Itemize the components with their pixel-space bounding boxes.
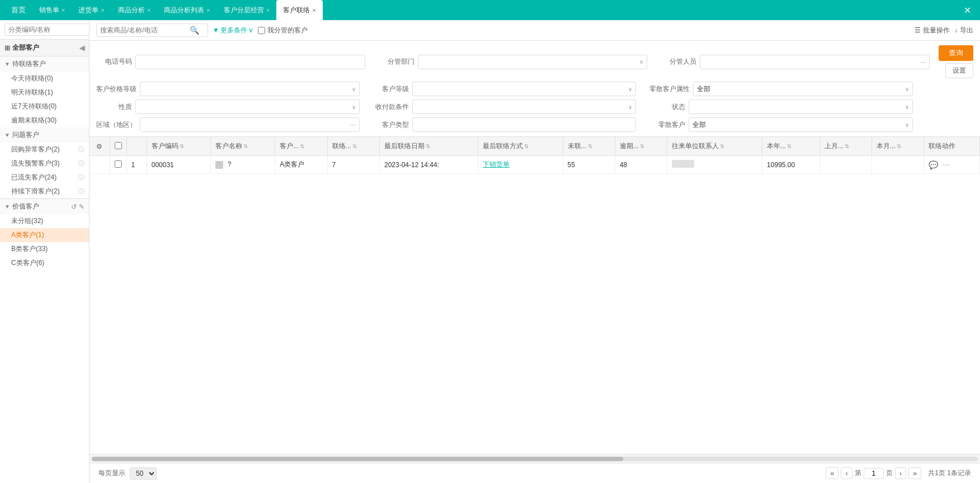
select-all-checkbox[interactable]	[115, 142, 122, 149]
sort-icon: ⇅	[180, 143, 184, 149]
problem-customers-group[interactable]: ▼ 问题客户	[0, 127, 89, 143]
table-checkbox-col	[110, 137, 126, 156]
sidebar-item-churned[interactable]: 已流失客户(24) ⓘ	[0, 171, 89, 184]
sidebar-item-7days[interactable]: 近7天待联络(0)	[0, 100, 89, 113]
sort-icon: ⇅	[588, 143, 592, 149]
sidebar-item-abnormal[interactable]: 回购异常客户(2) ⓘ	[0, 143, 89, 157]
th-last-date[interactable]: 最后联络日期 ⇅	[379, 137, 478, 156]
close-window-button[interactable]: ✕	[959, 5, 976, 16]
row-last-method[interactable]: 下销货单	[478, 156, 563, 174]
sidebar-item-c-class[interactable]: C类客户(6)	[0, 256, 89, 270]
query-button[interactable]: 查询	[939, 45, 973, 61]
all-customers-header[interactable]: ⊞ 全部客户 ◀	[0, 40, 89, 56]
nav-tab-customer-tier[interactable]: 客户分层经营 ×	[217, 0, 276, 20]
close-icon[interactable]: ×	[147, 7, 150, 13]
prev-page-button[interactable]: ‹	[841, 467, 852, 479]
sidebar-search-input[interactable]	[4, 23, 89, 36]
close-icon[interactable]: ×	[266, 7, 270, 13]
page-number-input[interactable]	[864, 468, 884, 479]
retail2-select[interactable]: 全部 ∨	[689, 117, 913, 132]
my-customers-checkbox[interactable]	[258, 27, 265, 34]
th-overdue[interactable]: 逾期... ⇅	[615, 137, 667, 156]
filter-retail-attr: 零散客户属性 全部 ∨	[649, 82, 913, 96]
more-filter-button[interactable]: ▼ 更多条件 ∨	[213, 26, 253, 35]
scrollbar-thumb[interactable]	[92, 457, 623, 461]
nav-tab-analysis-list[interactable]: 商品分析列表 ×	[157, 0, 216, 20]
nav-tab-customer-contact[interactable]: 客户联络 ×	[276, 0, 322, 20]
sidebar-item-tomorrow[interactable]: 明天待联络(1)	[0, 86, 89, 100]
th-pending[interactable]: 未联... ⇅	[563, 137, 615, 156]
payment-select[interactable]: ∨	[412, 100, 637, 114]
sort-icon: ⇅	[243, 143, 248, 149]
th-contact-count[interactable]: 联络... ⇅	[327, 137, 379, 156]
page-nav: « ‹ 第 页 › » 共1页 1条记录	[826, 467, 971, 479]
sidebar-item-b-class[interactable]: B类客户(33)	[0, 242, 89, 256]
close-icon[interactable]: ×	[206, 7, 210, 13]
collapse-icon[interactable]: ◀	[79, 44, 84, 52]
search-input[interactable]	[100, 26, 190, 34]
th-level[interactable]: 客户... ⇅	[275, 137, 327, 156]
link-icon[interactable]: ⋯	[943, 160, 950, 169]
more-icon[interactable]: ···	[350, 121, 356, 129]
th-last-month[interactable]: 上月... ⇅	[819, 137, 871, 156]
value-customers-group[interactable]: ▼ 价值客户 ↺ ✎	[0, 198, 89, 214]
th-name[interactable]: 客户名称 ⇅	[211, 137, 275, 156]
row-level: A类客户	[275, 156, 327, 174]
value-action-icons[interactable]: ↺ ✎	[71, 203, 84, 211]
close-icon[interactable]: ×	[312, 7, 315, 13]
close-icon[interactable]: ×	[101, 7, 104, 13]
th-this-year[interactable]: 本年... ⇅	[762, 137, 820, 156]
row-overdue: 48	[615, 156, 667, 174]
edit-icon[interactable]: ✎	[79, 203, 84, 211]
sidebar-item-ungrouped[interactable]: 未分组(32)	[0, 214, 89, 228]
row-seq: 1	[126, 156, 147, 174]
staff-select[interactable]: ···	[700, 55, 930, 69]
batch-op-button[interactable]: ☰ 批量操作	[915, 26, 950, 35]
sidebar-item-churn-warn[interactable]: 流失预警客户(3) ⓘ	[0, 157, 89, 171]
horizontal-scrollbar[interactable]	[89, 454, 980, 463]
nav-tab-sales[interactable]: 销售单 ×	[32, 0, 72, 20]
sidebar-item-overdue[interactable]: 逾期未联络(30)	[0, 113, 89, 127]
last-page-button[interactable]: »	[908, 467, 921, 479]
th-this-month[interactable]: 本月... ⇅	[872, 137, 924, 156]
nav-tab-purchase[interactable]: 进货单 ×	[72, 0, 111, 20]
setting-button[interactable]: 设置	[945, 63, 973, 78]
search-icon[interactable]: 🔍	[190, 26, 199, 35]
info-icon: ⓘ	[78, 173, 84, 182]
more-icon[interactable]: ···	[920, 58, 926, 66]
customer-type-select[interactable]	[412, 117, 637, 132]
chat-icon[interactable]: 💬	[929, 160, 938, 169]
th-action: 联络动作	[924, 137, 980, 156]
scrollbar-track[interactable]	[92, 457, 978, 461]
th-code[interactable]: 客户编码 ⇅	[147, 137, 211, 156]
next-page-button[interactable]: ›	[895, 467, 906, 479]
nav-home[interactable]: 首页	[4, 0, 32, 20]
sidebar-item-today[interactable]: 今天待联络(0)	[0, 72, 89, 86]
customer-level-select[interactable]: ∨	[412, 82, 637, 96]
first-page-button[interactable]: «	[826, 467, 838, 479]
status-select[interactable]: ∨	[689, 100, 913, 114]
row-this-month	[872, 156, 924, 174]
refresh-icon[interactable]: ↺	[71, 203, 77, 211]
nature-select[interactable]: ∨	[135, 100, 360, 114]
region-select[interactable]: ···	[140, 117, 360, 132]
row-settings	[89, 156, 110, 174]
table-settings-col[interactable]: ⚙	[89, 137, 110, 156]
th-last-method[interactable]: 最后联络方式 ⇅	[478, 137, 563, 156]
page-size-select[interactable]: 50	[130, 467, 157, 480]
retail-attr-select[interactable]: 全部 ∨	[693, 82, 913, 96]
sidebar-item-a-class[interactable]: A类客户(1)	[0, 228, 89, 242]
close-icon[interactable]: ×	[62, 7, 65, 13]
row-select-checkbox[interactable]	[115, 160, 122, 168]
chevron-down-icon: ∨	[905, 122, 909, 128]
export-button[interactable]: ↓ 导出	[954, 26, 973, 35]
chevron-down-icon: ∨	[352, 104, 356, 110]
filter-panel: 电话号码 分管部门 ∨ 分管人员 ···	[89, 41, 980, 137]
price-level-select[interactable]: ∨	[140, 82, 360, 96]
pending-contact-group[interactable]: ▼ 待联络客户	[0, 56, 89, 72]
dept-select[interactable]: ∨	[418, 55, 648, 69]
th-unit-contact[interactable]: 往来单位联系人 ⇅	[667, 137, 762, 156]
sidebar-item-declining[interactable]: 持续下滑客户(2) ⓘ	[0, 184, 89, 198]
nav-tab-analysis[interactable]: 商品分析 ×	[111, 0, 157, 20]
phone-input[interactable]	[135, 55, 365, 69]
